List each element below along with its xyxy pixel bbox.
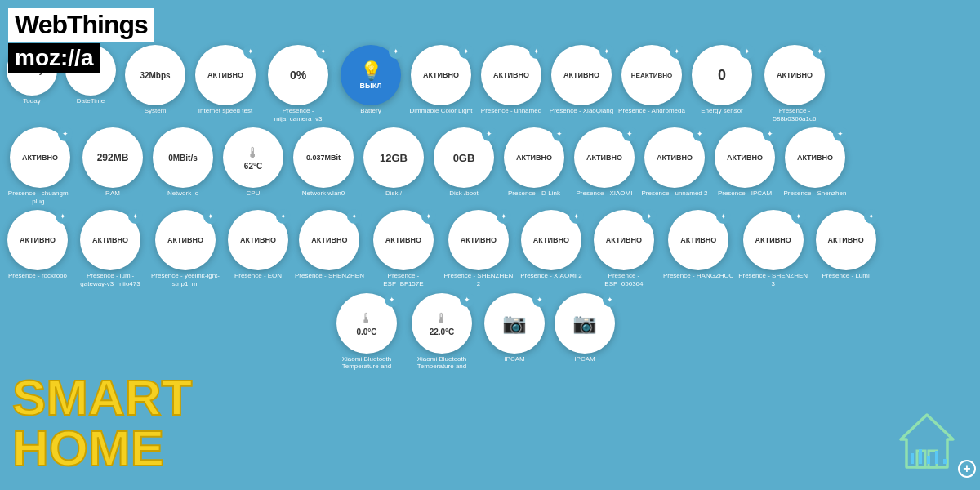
add-device-button[interactable]: + bbox=[958, 460, 976, 478]
device-presence-rockrobo[interactable]: АКТИВНО ✦ Presence - rockrobo bbox=[4, 210, 71, 280]
gear-icon[interactable]: ✦ bbox=[791, 209, 806, 224]
gear-icon[interactable]: ✦ bbox=[740, 44, 755, 59]
gear-icon[interactable]: ✦ bbox=[276, 209, 291, 224]
device-presence-yeelink[interactable]: АКТИВНО ✦ Presence - yeelink-lgnt-strip1… bbox=[149, 210, 221, 287]
device-presence-unnamed[interactable]: АКТИВНО ✦ Presence - unnamed bbox=[478, 45, 545, 115]
device-presence-esp-656364[interactable]: АКТИВНО ✦ Presence - ESP_656364 bbox=[588, 210, 660, 287]
camera-icon: 📷 bbox=[502, 312, 527, 335]
gear-icon[interactable]: ✦ bbox=[763, 127, 777, 141]
device-presence-andromeda[interactable]: НЕАКТИВНО ✦ Presence - Andromeda bbox=[618, 45, 685, 115]
gear-icon[interactable]: ✦ bbox=[833, 127, 848, 141]
device-disk-boot[interactable]: 0GB ✦ Disk /boot bbox=[430, 127, 497, 198]
gear-icon[interactable]: ✦ bbox=[389, 44, 403, 59]
device-presence-lumi2[interactable]: АКТИВНО ✦ Presence - Lumi bbox=[813, 210, 880, 280]
thermometer-icon: 🌡 bbox=[434, 310, 449, 327]
device-presence-esp-bf157e[interactable]: АКТИВНО ✦ Presence - ESP_BF157E bbox=[368, 210, 439, 287]
device-network-io[interactable]: 0MBit/s Network Io bbox=[149, 127, 216, 198]
gear-icon[interactable]: ✦ bbox=[670, 44, 684, 59]
webthings-logo: WebThings bbox=[8, 8, 154, 42]
device-presence-mija[interactable]: 0% ✦ Presence - mija_camera_v3 bbox=[262, 45, 334, 122]
device-presence-unnamed2[interactable]: АКТИВНО ✦ Presence - unnamed 2 bbox=[641, 127, 708, 198]
logo-area: WebThings moz://a bbox=[8, 8, 154, 73]
device-presence-shenzhen2[interactable]: АКТИВНО ✦ Presence - SHENZHEN 2 bbox=[443, 210, 514, 287]
device-presence-ipcam[interactable]: АКТИВНО ✦ Presence - IPCAM bbox=[711, 127, 778, 198]
gear-icon[interactable]: ✦ bbox=[58, 127, 73, 141]
gear-icon[interactable]: ✦ bbox=[460, 292, 474, 307]
devices-row-3: АКТИВНО ✦ Presence - rockrobo АКТИВНО ✦ … bbox=[4, 210, 972, 287]
bulb-icon: 💡 bbox=[360, 60, 382, 82]
device-presence-xiaоqiang[interactable]: АКТИВНО ✦ Presence - XiaoQiang bbox=[548, 45, 615, 115]
device-xiaomi-bt-temp1[interactable]: 🌡 0.0°C ✦ Xiaomi Bluetooth Temperature a… bbox=[331, 293, 403, 371]
gear-icon[interactable]: ✦ bbox=[497, 209, 511, 224]
device-presence-xiaomi[interactable]: АКТИВНО ✦ Presence - XIAOMI bbox=[571, 127, 638, 198]
gear-icon[interactable]: ✦ bbox=[552, 127, 567, 141]
mozilla-logo: moz://a bbox=[8, 43, 100, 73]
device-ram[interactable]: 292MB RAM bbox=[79, 127, 146, 198]
devices-container: Today Today 2d DateTime 32Mbps System bbox=[4, 45, 972, 376]
device-cpu[interactable]: 🌡 62°C CPU bbox=[220, 127, 287, 198]
gear-icon[interactable]: ✦ bbox=[532, 292, 547, 307]
device-presence-chuang[interactable]: АКТИВНО ✦ Presence - chuangmi-plug.. bbox=[4, 127, 76, 205]
device-energy-sensor[interactable]: 0 ✦ Energy sensor bbox=[688, 45, 755, 115]
device-xiaomi-bt-temp2[interactable]: 🌡 22.0°C ✦ Xiaomi Bluetooth Temperature … bbox=[406, 293, 478, 371]
gear-icon[interactable]: ✦ bbox=[385, 292, 399, 307]
gear-icon[interactable]: ✦ bbox=[693, 127, 707, 141]
device-internet-speed[interactable]: АКТИВНО ✦ Internet speed test bbox=[192, 45, 259, 115]
smart-home-title: SMART HOME bbox=[12, 372, 192, 474]
gear-icon[interactable]: ✦ bbox=[421, 209, 436, 224]
device-presence-shenzhen3[interactable]: АКТИВНО ✦ Presence - SHENZHEN 3 bbox=[737, 210, 809, 287]
device-battery[interactable]: 💡 ВЫКЛ ✦ Battery bbox=[337, 45, 404, 115]
gear-icon[interactable]: ✦ bbox=[642, 209, 657, 224]
gear-icon[interactable]: ✦ bbox=[347, 209, 362, 224]
device-presence-shenzhen[interactable]: АКТИВНО ✦ Presence - Shenzhen bbox=[782, 127, 849, 198]
devices-row-2: АКТИВНО ✦ Presence - chuangmi-plug.. 292… bbox=[4, 127, 972, 205]
device-network-wlan0[interactable]: 0.037MBit Network wlan0 bbox=[290, 127, 357, 198]
gear-icon[interactable]: ✦ bbox=[243, 44, 258, 59]
gear-icon[interactable]: ✦ bbox=[622, 127, 637, 141]
device-disk-slash[interactable]: 12GB Disk / bbox=[360, 127, 427, 198]
gear-icon[interactable]: ✦ bbox=[128, 209, 143, 224]
device-presence-588b[interactable]: АКТИВНО ✦ Presence - 588b0366a1c6 bbox=[759, 45, 831, 122]
gear-icon[interactable]: ✦ bbox=[569, 209, 584, 224]
gear-icon[interactable]: ✦ bbox=[716, 209, 731, 224]
gear-icon[interactable]: ✦ bbox=[864, 209, 879, 224]
device-presence-xiaomi2[interactable]: АКТИВНО ✦ Presence - XIAOMI 2 bbox=[518, 210, 585, 280]
gear-icon[interactable]: ✦ bbox=[603, 292, 617, 307]
device-dimmable-light[interactable]: АКТИВНО ✦ Dimmable Color Light bbox=[408, 45, 474, 115]
gear-icon[interactable]: ✦ bbox=[482, 127, 497, 141]
device-presence-shenzhen-r3[interactable]: АКТИВНО ✦ Presence - SHENZHEN bbox=[295, 210, 364, 280]
device-ipcam1[interactable]: 📷 ✦ IPCAM bbox=[481, 293, 548, 363]
camera-icon: 📷 bbox=[572, 312, 597, 335]
device-presence-hangzhou[interactable]: АКТИВНО ✦ Presence - HANGZHOU bbox=[663, 210, 734, 280]
device-ipcam2[interactable]: 📷 ✦ IPCAM bbox=[551, 293, 618, 363]
device-presence-eon[interactable]: АКТИВНО ✦ Presence - EON bbox=[225, 210, 292, 280]
thermometer-icon: 🌡 bbox=[359, 310, 374, 327]
house-icon bbox=[894, 408, 960, 474]
gear-icon[interactable]: ✦ bbox=[56, 209, 70, 224]
device-presence-lumi-gw[interactable]: АКТИВНО ✦ Presence - lumi-gateway-v3_mii… bbox=[74, 210, 146, 287]
gear-icon[interactable]: ✦ bbox=[529, 44, 544, 59]
thermometer-icon: 🌡 bbox=[246, 145, 261, 162]
gear-icon[interactable]: ✦ bbox=[203, 209, 218, 224]
gear-icon[interactable]: ✦ bbox=[813, 44, 827, 59]
devices-row-4: 🌡 0.0°C ✦ Xiaomi Bluetooth Temperature a… bbox=[331, 293, 972, 371]
gear-icon[interactable]: ✦ bbox=[599, 44, 614, 59]
gear-icon[interactable]: ✦ bbox=[316, 44, 331, 59]
device-presence-dlink[interactable]: АКТИВНО ✦ Presence - D-Link bbox=[501, 127, 568, 198]
gear-icon[interactable]: ✦ bbox=[459, 44, 474, 59]
